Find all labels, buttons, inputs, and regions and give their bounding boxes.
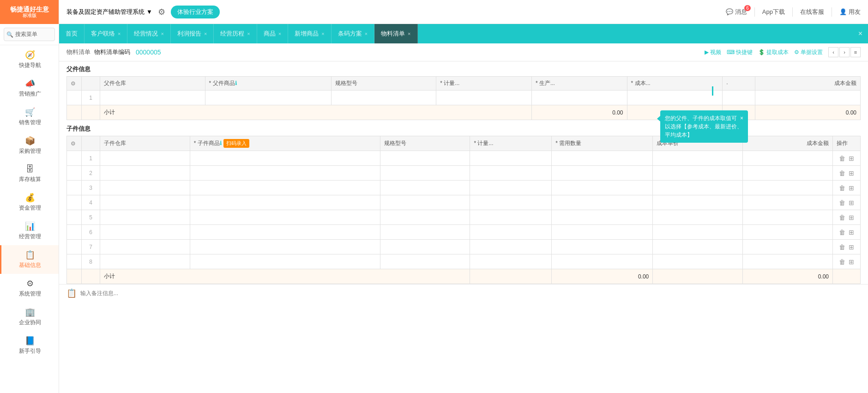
delete-icon[interactable]: 🗑 [839,155,845,162]
sidebar-item-finance[interactable]: 💰 资金管理 [0,188,59,217]
child-r3-unit[interactable] [470,181,552,195]
nav-next-button[interactable]: › [839,47,850,57]
child-r3-spec[interactable] [380,181,470,195]
child-r5-spec[interactable] [380,210,470,225]
tab-profit-report[interactable]: 利润报告 × [171,24,214,43]
get-cost-action[interactable]: 💲 提取成本 [758,48,789,56]
child-r1-unit-cost[interactable] [653,151,743,166]
tab-product-close[interactable]: × [278,31,281,36]
child-r1-unit[interactable] [470,151,552,166]
copy-icon[interactable]: ⊞ [849,155,854,162]
tab-new-product[interactable]: 新增商品 × [288,24,331,43]
copy6-icon[interactable]: ⊞ [849,229,854,236]
sidebar-item-guide[interactable]: 📘 新手引导 [0,331,59,360]
child-r7-unit[interactable] [470,240,552,254]
child-th-settings[interactable]: ⚙ [67,136,82,151]
delete6-icon[interactable]: 🗑 [839,229,845,236]
child-r7-spec[interactable] [380,240,470,254]
parent-row-unit[interactable] [436,91,532,105]
sidebar-item-basic-info[interactable]: 📋 基础信息 [0,245,59,274]
parent-row-product[interactable] [205,91,331,105]
view-video-action[interactable]: ▶ 视频 [705,48,721,56]
tab-barcode[interactable]: 条码方案 × [332,24,374,43]
child-r2-warehouse[interactable] [100,166,190,181]
parent-row-production[interactable] [531,91,627,105]
child-r6-warehouse[interactable] [100,225,190,240]
tab-operation-status-close[interactable]: × [161,31,163,36]
tab-operation-status[interactable]: 经营情况 × [127,24,170,43]
sidebar-item-marketing[interactable]: 📣 营销推广 [0,74,59,103]
child-r4-unit-cost[interactable] [653,195,743,210]
delete8-icon[interactable]: 🗑 [839,258,845,266]
remark-input[interactable] [80,290,861,296]
child-r8-spec[interactable] [380,254,470,269]
copy7-icon[interactable]: ⊞ [849,243,854,251]
tab-customer[interactable]: 客户联络 × [84,24,127,43]
child-r6-spec[interactable] [380,225,470,240]
tab-operation-history-close[interactable]: × [247,31,250,36]
child-r1-quantity[interactable] [552,151,653,166]
child-r4-product[interactable] [190,195,380,210]
child-r2-product[interactable] [190,166,380,181]
child-r8-quantity[interactable] [552,254,653,269]
child-r2-unit[interactable] [470,166,552,181]
global-close-button[interactable]: × [853,30,868,38]
child-r4-warehouse[interactable] [100,195,190,210]
child-r5-warehouse[interactable] [100,210,190,225]
settings-icon[interactable]: ⚙ [158,7,165,17]
child-r3-warehouse[interactable] [100,181,190,195]
tab-barcode-close[interactable]: × [365,31,368,36]
tab-profit-report-close[interactable]: × [204,31,207,36]
sidebar-item-quick-nav[interactable]: 🧭 快捷导航 [0,45,59,74]
child-r8-product[interactable] [190,254,380,269]
search-menu-button[interactable]: 🔍 搜索菜单 [4,28,55,41]
copy3-icon[interactable]: ⊞ [849,184,854,192]
sidebar-item-system[interactable]: ⚙ 系统管理 [0,274,59,302]
child-r2-spec[interactable] [380,166,470,181]
child-r4-spec[interactable] [380,195,470,210]
child-r3-quantity[interactable] [552,181,653,195]
child-r8-unit[interactable] [470,254,552,269]
delete3-icon[interactable]: 🗑 [839,184,845,192]
parent-th-settings[interactable]: ⚙ [67,77,82,91]
sidebar-item-enterprise[interactable]: 🏢 企业协同 [0,302,59,331]
delete5-icon[interactable]: 🗑 [839,214,845,221]
tab-product[interactable]: 商品 × [257,24,288,43]
parent-row-warehouse[interactable] [100,91,205,105]
child-r5-quantity[interactable] [552,210,653,225]
child-r1-spec[interactable] [380,151,470,166]
child-r7-unit-cost[interactable] [653,240,743,254]
child-r7-quantity[interactable] [552,240,653,254]
child-r8-unit-cost[interactable] [653,254,743,269]
tab-operation-history[interactable]: 经营历程 × [214,24,257,43]
child-r6-unit-cost[interactable] [653,225,743,240]
delete4-icon[interactable]: 🗑 [839,199,845,206]
child-r5-unit[interactable] [470,210,552,225]
child-r7-warehouse[interactable] [100,240,190,254]
sidebar-item-inventory[interactable]: 🗄 库存核算 [0,160,59,188]
copy2-icon[interactable]: ⊞ [849,169,854,177]
child-r4-quantity[interactable] [552,195,653,210]
child-r5-product[interactable] [190,210,380,225]
app-download-link[interactable]: App下载 [762,8,785,16]
trial-button[interactable]: 体验行业方案 [171,6,220,18]
child-r3-unit-cost[interactable] [653,181,743,195]
copy8-icon[interactable]: ⊞ [849,258,854,266]
child-r4-unit[interactable] [470,195,552,210]
child-r8-warehouse[interactable] [100,254,190,269]
single-settings-action[interactable]: ⚙ 单据设置 [794,48,823,56]
tooltip-close-button[interactable]: × [740,114,743,122]
child-r2-quantity[interactable] [552,166,653,181]
scan-input-button[interactable]: 扫码录入 [223,139,249,148]
user-menu[interactable]: 👤 用友 [839,8,861,16]
parent-row-spec[interactable] [331,91,436,105]
tab-new-product-close[interactable]: × [321,31,324,36]
sidebar-item-operation[interactable]: 📊 经营管理 [0,217,59,245]
copy5-icon[interactable]: ⊞ [849,214,854,221]
sidebar-item-sales[interactable]: 🛒 销售管理 [0,103,59,131]
sidebar-item-purchase[interactable]: 📦 采购管理 [0,131,59,160]
tab-bom-close[interactable]: × [408,31,410,36]
tab-home[interactable]: 首页 [59,24,84,43]
parent-row-cost[interactable] [627,91,723,105]
nav-list-button[interactable]: ≡ [850,47,861,57]
